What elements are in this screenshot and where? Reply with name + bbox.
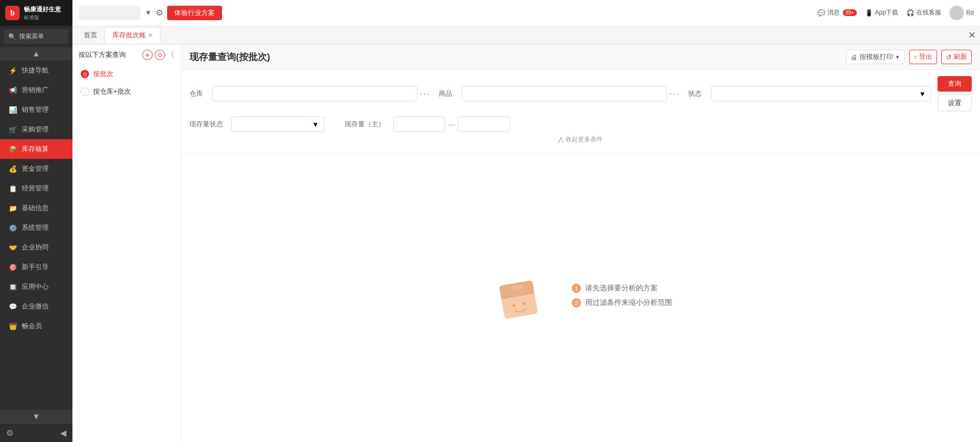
product-dots-btn[interactable]: ···: [667, 89, 682, 99]
guide-icon: 🎯: [8, 262, 18, 272]
stock-status-select[interactable]: ▼: [231, 116, 324, 132]
nav-label: 基础信息: [22, 203, 49, 213]
search-label: 搜索菜单: [19, 32, 44, 41]
tip-num-2: 2: [572, 298, 581, 307]
sidebar-search[interactable]: 🔍 搜索菜单: [4, 29, 68, 44]
product-input[interactable]: [462, 86, 667, 101]
msg-label: 消息: [827, 8, 840, 17]
status-select[interactable]: ▼: [711, 86, 931, 101]
page-title: 现存量查询(按批次): [189, 51, 270, 63]
company-name: 畅康通好生意: [24, 5, 61, 14]
msg-badge: 99+: [843, 9, 857, 16]
scroll-up-btn[interactable]: ▲: [0, 47, 72, 61]
warehouse-label: 仓库: [189, 89, 208, 98]
nav-label: 快捷导航: [22, 66, 49, 75]
topbar-dropdown-btn[interactable]: ▼: [145, 9, 152, 17]
nav-label: 采购管理: [22, 125, 49, 134]
sales-icon: 📊: [8, 105, 18, 114]
exp-industry-btn[interactable]: 体验行业方案: [167, 6, 222, 20]
nav-label: 应用中心: [22, 282, 49, 291]
tabbar: 首页 库存批次账 ✕ ✕: [72, 26, 980, 45]
plan-item-warehouse-batch[interactable]: ○ 按仓库+批次: [72, 83, 181, 100]
quick-icon: ⚡: [8, 66, 18, 75]
range-separator: —: [448, 121, 455, 128]
topbar-search-box[interactable]: [79, 6, 141, 20]
service-action[interactable]: 🎧 在线客服: [907, 8, 941, 17]
nav-label: 新手引导: [22, 262, 49, 272]
empty-state: 1 请先选择要分析的方案 2 用过滤条件来缩小分析范围: [181, 154, 980, 442]
sidebar: b 畅康通好生意 标准版 🔍 搜索菜单 ▲ ⚡ 快捷导航 📢 营销推广 📊 销售…: [0, 0, 72, 442]
nav-label: 营销推广: [22, 85, 49, 95]
plan-item-batch[interactable]: ⊙ 按批次: [72, 65, 181, 83]
tip-text-1: 请先选择要分析的方案: [585, 284, 658, 293]
status-chevron-icon: ▼: [919, 90, 926, 98]
filter-section: 仓库 ··· 商品 ··· 状态 ▼: [181, 70, 980, 154]
warehouse-dots-btn[interactable]: ···: [418, 89, 433, 99]
sidebar-item-system[interactable]: ⚙️ 系统管理: [0, 218, 72, 238]
enterprise-icon: 🤝: [8, 243, 18, 252]
topbar-gear-btn[interactable]: ⚙: [156, 8, 163, 18]
avatar: [949, 6, 964, 20]
collapse-more-btn[interactable]: ⋀ 收起更多条件: [189, 132, 972, 147]
query-btn[interactable]: 查询: [938, 76, 972, 92]
tab-panel-close[interactable]: ✕: [968, 30, 976, 41]
scroll-down-btn[interactable]: ▼: [0, 410, 72, 423]
nav-label: 企业协同: [22, 243, 49, 252]
plan-settings-btn[interactable]: ⊙: [155, 50, 165, 60]
sidebar-item-member[interactable]: 👑 畅会员: [0, 316, 72, 336]
plan-label-batch: 按批次: [93, 69, 113, 79]
collapse-more-label: 收起更多条件: [566, 135, 603, 144]
sidebar-item-guide[interactable]: 🎯 新手引导: [0, 257, 72, 277]
sidebar-item-operation[interactable]: 📋 经营管理: [0, 179, 72, 198]
sidebar-item-purchase[interactable]: 🛒 采购管理: [0, 120, 72, 139]
tab-batch[interactable]: 库存批次账 ✕: [105, 27, 160, 43]
sidebar-item-wechat[interactable]: 💬 企业微信: [0, 297, 72, 316]
app-download-action[interactable]: 📱 App下载: [865, 8, 898, 17]
stock-status-label: 现存量状态: [189, 120, 223, 129]
close-panel-icon[interactable]: ✕: [968, 30, 976, 40]
collapse-panel-btn[interactable]: 《: [167, 50, 174, 60]
member-icon: 👑: [8, 321, 18, 331]
export-icon: ↑: [914, 53, 917, 61]
sidebar-item-marketing[interactable]: 📢 营销推广: [0, 80, 72, 100]
print-icon: 🖨: [851, 53, 857, 61]
empty-svg: [489, 267, 551, 329]
sidebar-item-inventory[interactable]: 📦 库存核算: [0, 139, 72, 159]
empty-tips: 1 请先选择要分析的方案 2 用过滤条件来缩小分析范围: [572, 284, 672, 313]
stock-status-chevron-icon: ▼: [312, 121, 319, 128]
msg-icon: 💬: [818, 9, 825, 17]
tab-home[interactable]: 首页: [77, 27, 105, 43]
left-panel-header: 按以下方案查询 + ⊙ 《: [72, 45, 181, 63]
add-plan-btn[interactable]: +: [142, 50, 153, 60]
sidebar-item-apps[interactable]: 🔲 应用中心: [0, 277, 72, 297]
stock-from-input[interactable]: [393, 116, 445, 132]
plan-label-warehouse: 按仓库+批次: [93, 87, 131, 96]
sidebar-item-enterprise[interactable]: 🤝 企业协同: [0, 238, 72, 257]
warehouse-input[interactable]: [212, 86, 418, 101]
right-panel: 现存量查询(按批次) 🖨 按模板打印 ▼ ↑ 导出 ↺ 刷新: [181, 45, 980, 442]
filter-row-1: 仓库 ··· 商品 ··· 状态 ▼: [189, 76, 972, 111]
sidebar-item-finance[interactable]: 💰 资金管理: [0, 159, 72, 179]
scheme-query-label: 按以下方案查询: [79, 50, 126, 60]
settings-btn[interactable]: 设置: [938, 95, 972, 111]
sidebar-item-sales[interactable]: 📊 销售管理: [0, 100, 72, 120]
msg-action[interactable]: 💬 消息 99+: [818, 8, 857, 17]
stock-main-filter: 现存量（主） —: [345, 116, 510, 132]
stock-range: —: [393, 116, 510, 132]
collapse-sidebar-icon[interactable]: ◀: [60, 428, 66, 438]
sidebar-item-basic[interactable]: 📁 基础信息: [0, 198, 72, 218]
settings-icon[interactable]: ⚙: [6, 428, 13, 438]
sidebar-item-quick[interactable]: ⚡ 快捷导航: [0, 61, 72, 80]
print-dropdown-icon: ▼: [895, 54, 900, 60]
stock-to-input[interactable]: [458, 116, 510, 132]
nav-label: 资金管理: [22, 164, 49, 173]
export-btn[interactable]: ↑ 导出: [909, 50, 938, 64]
stock-main-label: 现存量（主）: [345, 120, 385, 129]
tab-batch-label: 库存批次账: [112, 31, 146, 40]
page-header-actions: 🖨 按模板打印 ▼ ↑ 导出 ↺ 刷新: [846, 50, 972, 64]
tab-close-btn[interactable]: ✕: [148, 32, 153, 39]
print-btn[interactable]: 🖨 按模板打印 ▼: [846, 50, 905, 64]
user-action[interactable]: Rit: [949, 6, 974, 20]
refresh-btn[interactable]: ↺ 刷新: [941, 50, 972, 64]
content-area: 按以下方案查询 + ⊙ 《 ⊙ 按批次 ○ 按仓库+批次: [72, 45, 980, 442]
